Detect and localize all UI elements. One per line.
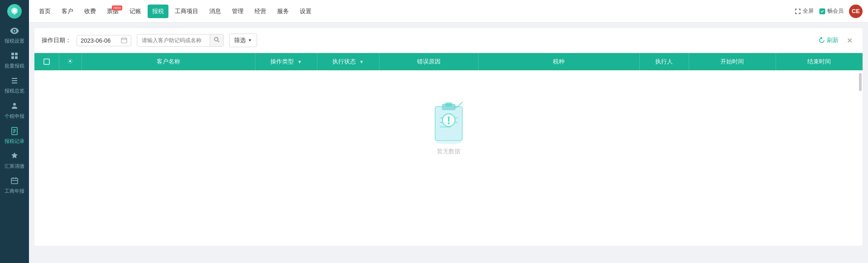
- sidebar-item-baoshui-zonglang[interactable]: 报税总览: [0, 73, 29, 97]
- sidebar-item-piliang-baoshui[interactable]: 批量报税: [0, 48, 29, 73]
- records-table: 客户名称 操作类型 ▼ 执行状态 ▼ 错误原因: [34, 53, 863, 183]
- th-status[interactable]: 执行状态 ▼: [317, 53, 379, 70]
- sidebar: 报税设置 批量报税 报税总览 个税申报: [0, 0, 29, 263]
- svg-point-22: [448, 122, 450, 124]
- status-sort-arrow: ▼: [360, 59, 364, 64]
- th-endtime: 结束时间: [776, 53, 863, 70]
- member-button[interactable]: 畅会员: [819, 7, 844, 15]
- svg-rect-9: [121, 38, 127, 43]
- svg-rect-4: [15, 56, 18, 59]
- topnav-right: 全屏 畅会员 CE: [795, 5, 863, 18]
- annual-report-icon: [10, 176, 19, 187]
- main-container: 首页 客户 收费 票据 new 记账 报税 工商项目 消息 管理 经营 服务 设…: [29, 0, 868, 263]
- svg-rect-1: [11, 53, 14, 55]
- th-taxtype: 税种: [478, 53, 639, 70]
- svg-rect-7: [11, 178, 18, 184]
- nav-item-shezhi[interactable]: 设置: [295, 5, 316, 18]
- optype-sort-arrow: ▼: [297, 59, 302, 64]
- search-icon: [214, 37, 220, 43]
- scrollbar-thumb[interactable]: [859, 73, 862, 91]
- th-optype[interactable]: 操作类型 ▼: [255, 53, 317, 70]
- th-client: 客户名称: [82, 53, 255, 70]
- settings-icon: [10, 26, 19, 37]
- sidebar-item-label: 报税记录: [5, 138, 24, 144]
- date-picker[interactable]: [77, 35, 131, 46]
- svg-point-11: [69, 60, 71, 62]
- nav-item-shoufei[interactable]: 收费: [80, 5, 101, 18]
- topnav-items: 首页 客户 收费 票据 new 记账 报税 工商项目 消息 管理 经营 服务 设…: [34, 5, 795, 18]
- th-error: 错误原因: [379, 53, 478, 70]
- svg-point-5: [13, 103, 16, 106]
- nav-item-piaojv[interactable]: 票据 new: [102, 5, 123, 18]
- column-settings-icon: [67, 58, 73, 64]
- fullscreen-button[interactable]: 全屏: [795, 7, 814, 15]
- th-checkbox[interactable]: [34, 53, 59, 70]
- avatar[interactable]: CE: [849, 5, 863, 18]
- svg-point-10: [215, 38, 218, 41]
- svg-rect-15: [445, 102, 452, 106]
- content-area: 操作日期：: [29, 23, 868, 263]
- overview-icon: [10, 76, 19, 87]
- sidebar-item-label: 个税申报: [5, 113, 24, 119]
- sidebar-item-label: 报税设置: [5, 38, 24, 44]
- search-input[interactable]: [137, 35, 210, 46]
- sidebar-item-baoshui-jilu[interactable]: 报税记录: [0, 123, 29, 148]
- refresh-button[interactable]: 刷新: [819, 36, 839, 44]
- sidebar-logo: [0, 0, 29, 23]
- sidebar-item-label: 汇算清缴: [5, 163, 24, 169]
- settlement-icon: [10, 151, 19, 162]
- svg-rect-3: [11, 56, 14, 59]
- close-button[interactable]: ✕: [844, 35, 855, 46]
- new-badge: new: [112, 5, 122, 10]
- member-icon: [819, 8, 825, 15]
- nav-item-baoshui[interactable]: 报税: [148, 5, 168, 18]
- nav-item-home[interactable]: 首页: [34, 5, 55, 18]
- sidebar-item-label: 批量报税: [5, 63, 24, 69]
- nav-item-fuwu[interactable]: 服务: [273, 5, 293, 18]
- sidebar-item-gongshang-nianbao[interactable]: 工商年报: [0, 173, 29, 198]
- fullscreen-icon: [795, 8, 801, 15]
- person-tax-icon: [10, 102, 19, 112]
- page-panel: 操作日期：: [34, 28, 863, 246]
- nav-item-gongshang[interactable]: 工商项目: [170, 5, 203, 18]
- select-all-checkbox[interactable]: [43, 58, 50, 65]
- date-input-field[interactable]: [81, 37, 119, 44]
- topnav: 首页 客户 收费 票据 new 记账 报税 工商项目 消息 管理 经营 服务 设…: [29, 0, 868, 23]
- empty-illustration: [426, 97, 471, 147]
- sidebar-item-label: 工商年报: [5, 188, 24, 194]
- sidebar-item-baoshui-shezhi[interactable]: 报税设置: [0, 23, 29, 48]
- batch-tax-icon: [10, 51, 19, 62]
- sidebar-item-huisuan-jiaona[interactable]: 汇算清缴: [0, 148, 29, 173]
- search-button[interactable]: [210, 34, 223, 46]
- date-label: 操作日期：: [42, 36, 71, 44]
- svg-point-25: [436, 140, 461, 144]
- search-wrapper: [137, 34, 224, 47]
- sidebar-item-gesui-shenbao[interactable]: 个税申报: [0, 98, 29, 123]
- refresh-label: 刷新: [827, 36, 839, 44]
- nav-item-xiaoxi[interactable]: 消息: [205, 5, 225, 18]
- nav-item-client[interactable]: 客户: [57, 5, 78, 18]
- svg-point-0: [13, 10, 16, 12]
- svg-rect-2: [15, 53, 18, 55]
- th-starttime: 开始时间: [689, 53, 776, 70]
- sidebar-item-label: 报税总览: [5, 88, 24, 94]
- th-executor: 执行人: [639, 53, 689, 70]
- filter-button[interactable]: 筛选: [229, 34, 257, 47]
- empty-text: 暂无数据: [437, 147, 460, 156]
- table-container: 客户名称 操作类型 ▼ 执行状态 ▼ 错误原因: [34, 53, 863, 183]
- toolbar: 操作日期：: [34, 28, 863, 53]
- nav-item-jizhang[interactable]: 记账: [125, 5, 146, 18]
- calendar-icon: [121, 37, 127, 44]
- nav-item-jingying[interactable]: 经营: [250, 5, 271, 18]
- refresh-icon: [819, 37, 825, 44]
- empty-state: 暂无数据: [34, 70, 863, 183]
- nav-item-guanli[interactable]: 管理: [227, 5, 248, 18]
- chevron-down-icon: [248, 38, 252, 43]
- record-icon: [10, 127, 19, 137]
- th-settings[interactable]: [59, 53, 82, 70]
- logo-icon: [7, 4, 22, 19]
